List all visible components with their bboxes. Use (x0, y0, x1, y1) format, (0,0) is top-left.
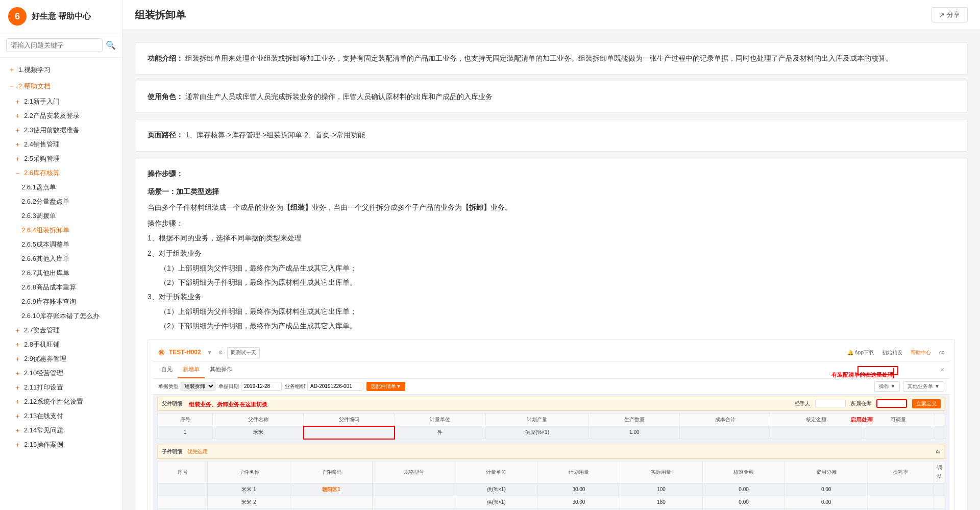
sidebar-item-label: 2.15操作案例 (24, 440, 63, 449)
plus-icon: ＋ (14, 140, 21, 149)
sidebar-item-new[interactable]: ＋ 2.1新手入门 (0, 94, 122, 109)
app-brand: TEST-H002 (169, 347, 201, 358)
sidebar-item-inventory[interactable]: － 2.6库存核算 (0, 166, 122, 180)
intro-label: 功能介绍： (148, 54, 183, 62)
sidebar-item-2-6-7[interactable]: 2.6.7其他出库单 (0, 266, 122, 280)
upper-section-header: 父件明细 经手人 所属仓库 立案定义 (157, 397, 945, 411)
other-bill-btn[interactable]: 其他业务单 ▼ (903, 381, 944, 392)
select-bom-btn[interactable]: 选配件清单▼ (366, 382, 405, 391)
sidebar-item-2-9[interactable]: ＋ 2.9优惠券管理 (0, 352, 122, 366)
sidebar-item-2-14[interactable]: ＋ 2.14常见问题 (0, 423, 122, 438)
operate-btn[interactable]: 操作 ▼ (874, 381, 900, 392)
app-topbar: ⑥ TEST-H002 ▼ ⚙ 同测试一天 🔔 App下载 初始精设 帮助中心 … (153, 345, 949, 362)
doc-type-select[interactable]: 组装拆卸 (181, 382, 215, 391)
col-prod-qty: 生产数量 (589, 413, 680, 426)
step3-text: 3、对于拆装业务 (148, 290, 955, 303)
upper-section: 父件明细 经手人 所属仓库 立案定义 序号 (153, 395, 949, 440)
sidebar-item-2-13[interactable]: ＋ 2.13在线支付 (0, 409, 122, 423)
step3-sub1: （1）上部明细为父件明细，最终作为原材料生成其它出库单； (160, 305, 955, 318)
main-body: 功能介绍： 组装拆卸单用来处理企业组装或拆卸等加工业务，支持有固定装配清单的产品… (122, 30, 980, 510)
search-area: 🔍 (0, 33, 122, 58)
steps-card: 操作步骤： 场景一：加工类型选择 当由多个子件材料组装成一个成品的业务为【组装】… (135, 158, 968, 510)
sidebar-item-2-6-9[interactable]: 2.6.9库存账本查询 (0, 295, 122, 309)
plus-icon: ＋ (14, 411, 21, 421)
doc-date-input[interactable] (241, 382, 282, 391)
search-button[interactable]: 🔍 (106, 40, 116, 50)
upper-title: 父件明细 (162, 399, 182, 408)
sidebar-item-data-prep[interactable]: ＋ 2.3使用前数据准备 (0, 123, 122, 137)
steps-title: 操作步骤： (148, 167, 955, 180)
sidebar-nav: ＋ 1.视频学习 － 2.帮助文档 ＋ 2.1新手入门 ＋ 2.2产品安装及登录… (0, 58, 122, 510)
col-parent-name: 父件名称 (213, 413, 304, 426)
sidebar-item-docs[interactable]: － 2.帮助文档 (0, 78, 122, 94)
confirm-btn[interactable]: 立案定义 (912, 399, 941, 408)
sidebar: 6 好生意 帮助中心 🔍 ＋ 1.视频学习 － 2.帮助文档 ＋ 2.1新手入门… (0, 0, 122, 510)
sidebar-item-2-6-1[interactable]: 2.6.1盘点单 (0, 180, 122, 195)
tab-home[interactable]: 自见 (156, 362, 178, 378)
app-subtabs: 自见 新增单 其他操作 ✕ (153, 362, 949, 379)
plus-icon: ＋ (8, 65, 15, 75)
sidebar-item-2-7[interactable]: ＋ 2.7资金管理 (0, 323, 122, 337)
plus-icon: ＋ (14, 354, 21, 363)
sidebar-item-label: 2.2产品安装及登录 (24, 111, 80, 120)
sidebar-item-label: 1.视频学习 (18, 65, 51, 75)
plus-icon: ＋ (14, 340, 21, 349)
sidebar-item-label: 2.6库存核算 (24, 168, 60, 178)
close-icon[interactable]: ✕ (938, 363, 946, 377)
plus-icon: ＋ (14, 154, 21, 163)
search-input[interactable] (6, 38, 103, 52)
intro-text: 组装拆卸单用来处理企业组装或拆卸等加工业务，支持有固定装配清单的产品加工业务，也… (185, 54, 893, 62)
sidebar-item-label: 2.3使用前数据准备 (24, 126, 80, 135)
sidebar-item-2-8[interactable]: ＋ 2.8手机旺铺 (0, 337, 122, 352)
sidebar-item-2-15[interactable]: ＋ 2.15操作案例 (0, 438, 122, 452)
sidebar-item-2-6-3[interactable]: 2.6.3调拨单 (0, 209, 122, 223)
col-adj-qty: 可调量 (862, 413, 935, 426)
sidebar-item-2-6-2[interactable]: 2.6.2分量盘点单 (0, 195, 122, 209)
plus-icon: ＋ (14, 397, 21, 406)
sidebar-item-2-6-6[interactable]: 2.6.6其他入库单 (0, 252, 122, 266)
role-card: 使用角色： 通常由生产人员或库管人员完成拆装业务的操作，库管人员确认原材料的出库… (135, 81, 968, 113)
sidebar-item-sales[interactable]: ＋ 2.4销售管理 (0, 137, 122, 152)
plus-icon: ＋ (14, 383, 21, 392)
sidebar-item-purchase[interactable]: ＋ 2.5采购管理 (0, 152, 122, 166)
sidebar-item-video[interactable]: ＋ 1.视频学习 (0, 62, 122, 78)
sidebar-item-2-11[interactable]: ＋ 2.11打印设置 (0, 380, 122, 395)
step3-sub2: （2）下部明细为子件明细，最终作为产成品生成其它入库单。 (160, 320, 955, 332)
minus-icon: － (8, 82, 15, 91)
sidebar-item-label: 2.14常见问题 (24, 426, 63, 435)
sidebar-item-label: 2.8手机旺铺 (24, 340, 60, 349)
lower-table: 序号 子件名称 子件编码 规格型号 计量单位 计划用量 实际用量 核准金额 费用… (157, 461, 945, 510)
path-text: 1、库存核算->库存管理->组装拆卸单 2、首页->常用功能 (185, 131, 365, 139)
upper-table-row: 1 米米 件 供应(%×1) 1.00 (158, 426, 945, 439)
step1-text: 1、根据不同的业务，选择不同单据的类型来处理 (148, 232, 955, 245)
share-button[interactable]: ↗ 分享 (932, 7, 968, 22)
sidebar-item-install[interactable]: ＋ 2.2产品安装及登录 (0, 109, 122, 123)
sidebar-item-2-12[interactable]: ＋ 2.12系统个性化设置 (0, 395, 122, 409)
logo-icon: 6 (8, 7, 27, 26)
sidebar-item-2-10[interactable]: ＋ 2.10经营管理 (0, 366, 122, 380)
tab-new[interactable]: 新增单 (178, 362, 205, 378)
sidebar-item-2-6-10[interactable]: 2.6.10库存账本错了怎么办 (0, 309, 122, 323)
business-field: 业务组织 (285, 382, 363, 391)
logo-text: 好生意 帮助中心 (32, 11, 91, 22)
share-icon: ↗ (939, 11, 945, 19)
app-form-toolbar: 单据类型 组装拆卸 单据日期 业务组织 (153, 379, 949, 395)
sidebar-item-label: 2.9优惠券管理 (24, 354, 66, 363)
scene1-desc: 当由多个子件材料组装成一个成品的业务为【组装】业务，当由一个父件拆分成多个子产品… (148, 201, 955, 214)
sidebar-item-label: 2.帮助文档 (18, 82, 51, 91)
business-input[interactable] (307, 382, 363, 391)
sidebar-item-2-6-8[interactable]: 2.6.8商品成本重算 (0, 280, 122, 295)
field-warehouse: 所属仓库 (851, 399, 871, 408)
tab-other[interactable]: 其他操作 (205, 362, 237, 378)
sidebar-item-2-6-4[interactable]: 2.6.4组装拆卸单 (0, 223, 122, 237)
lower-table-row: 米米 1 朝阳区1 供(%×1) 30.00 100 0.00 0.00 (158, 483, 945, 496)
plus-icon: ＋ (14, 126, 21, 135)
warehouse-input[interactable] (876, 399, 907, 408)
jsy-input[interactable] (815, 400, 846, 407)
col-seq: 序号 (158, 413, 213, 426)
step2-sub1: （1）上部明细为父件明细，最终作为产成品生成其它入库单； (160, 262, 955, 275)
path-label: 页面路径： (148, 131, 183, 139)
sidebar-item-2-6-5[interactable]: 2.6.5成本调整单 (0, 237, 122, 252)
col-plan-qty: 计划产量 (485, 413, 589, 426)
add-row-icon[interactable]: 🗂 (936, 447, 941, 456)
